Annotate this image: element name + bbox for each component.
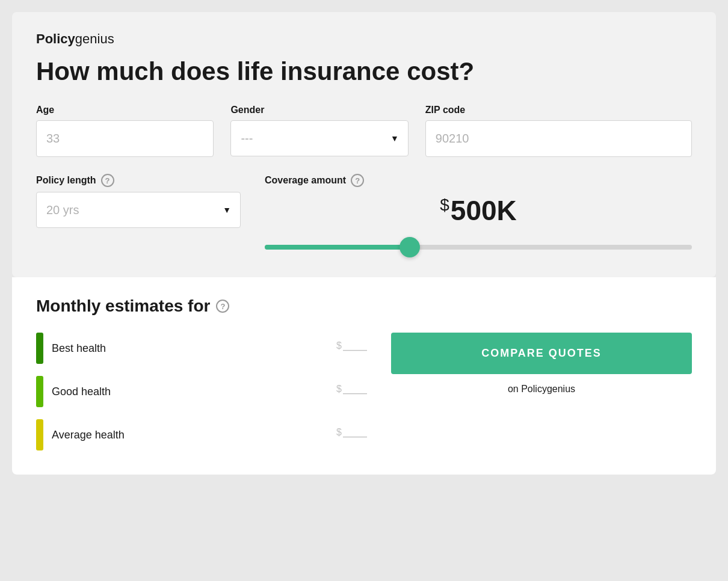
age-label: Age xyxy=(36,105,214,115)
zip-group: ZIP code xyxy=(425,105,692,157)
gender-group: Gender --- Male Female ▼ xyxy=(230,105,408,157)
bottom-section: Monthly estimates for ? Best health $—— … xyxy=(12,277,716,475)
gender-select-wrapper: --- Male Female ▼ xyxy=(230,120,408,156)
outer-wrapper: Policygenius How much does life insuranc… xyxy=(12,12,716,475)
policy-length-help-icon[interactable]: ? xyxy=(101,174,114,187)
gender-select[interactable]: --- Male Female xyxy=(230,120,408,156)
zip-input[interactable] xyxy=(425,120,692,157)
health-item-best: Best health $—— xyxy=(36,333,367,364)
policy-length-label: Policy length xyxy=(36,175,96,186)
coverage-amount-text: 500K xyxy=(451,195,517,226)
age-group: Age xyxy=(36,105,214,157)
health-item-good: Good health $—— xyxy=(36,376,367,407)
estimates-title: Monthly estimates for xyxy=(36,297,210,316)
coverage-help-icon[interactable]: ? xyxy=(351,174,364,187)
coverage-label-row: Coverage amount ? xyxy=(265,174,692,187)
average-health-color-bar xyxy=(36,419,43,450)
compare-quotes-button[interactable]: COMPARE QUOTES xyxy=(391,333,692,374)
policy-length-select-wrapper: 10 yrs 15 yrs 20 yrs 25 yrs 30 yrs ▼ xyxy=(36,192,241,228)
good-health-label: Good health xyxy=(52,386,328,398)
main-title: How much does life insurance cost? xyxy=(36,58,692,85)
coverage-dollar-sign: $ xyxy=(440,195,449,214)
on-policygenius-text: on Policygenius xyxy=(508,384,575,395)
average-health-dollar: $ xyxy=(336,427,342,437)
age-input[interactable] xyxy=(36,120,214,157)
policy-length-select[interactable]: 10 yrs 15 yrs 20 yrs 25 yrs 30 yrs xyxy=(36,192,241,228)
policy-length-label-row: Policy length ? xyxy=(36,174,241,187)
good-health-price: $—— xyxy=(336,384,367,400)
gender-label: Gender xyxy=(230,105,408,115)
coverage-amount-group: Coverage amount ? $500K xyxy=(265,174,692,256)
average-health-price: $—— xyxy=(336,427,367,443)
form-row-top: Age Gender --- Male Female ▼ ZIP code xyxy=(36,105,692,157)
coverage-label: Coverage amount xyxy=(265,175,346,186)
good-health-color-bar xyxy=(36,376,43,407)
best-health-dollar: $ xyxy=(336,340,342,351)
form-row-bottom: Policy length ? 10 yrs 15 yrs 20 yrs 25 … xyxy=(36,174,692,256)
estimates-header: Monthly estimates for ? xyxy=(36,297,692,316)
estimates-help-icon[interactable]: ? xyxy=(216,300,229,313)
health-list: Best health $—— Good health $—— Av xyxy=(36,333,367,450)
best-health-color-bar xyxy=(36,333,43,364)
right-column: COMPARE QUOTES on Policygenius xyxy=(391,333,692,395)
health-item-average: Average health $—— xyxy=(36,419,367,450)
best-health-price: $—— xyxy=(336,340,367,357)
zip-label: ZIP code xyxy=(425,105,692,115)
coverage-slider-container xyxy=(265,239,692,256)
best-health-label: Best health xyxy=(52,342,328,355)
logo: Policygenius xyxy=(36,31,692,47)
policy-length-group: Policy length ? 10 yrs 15 yrs 20 yrs 25 … xyxy=(36,174,241,228)
logo-light: genius xyxy=(75,31,114,46)
logo-bold: Policy xyxy=(36,31,75,46)
estimates-body: Best health $—— Good health $—— Av xyxy=(36,333,692,450)
average-health-label: Average health xyxy=(52,429,328,441)
good-health-dollar: $ xyxy=(336,384,342,394)
coverage-value-display: $500K xyxy=(265,194,692,227)
top-card: Policygenius How much does life insuranc… xyxy=(12,12,716,277)
